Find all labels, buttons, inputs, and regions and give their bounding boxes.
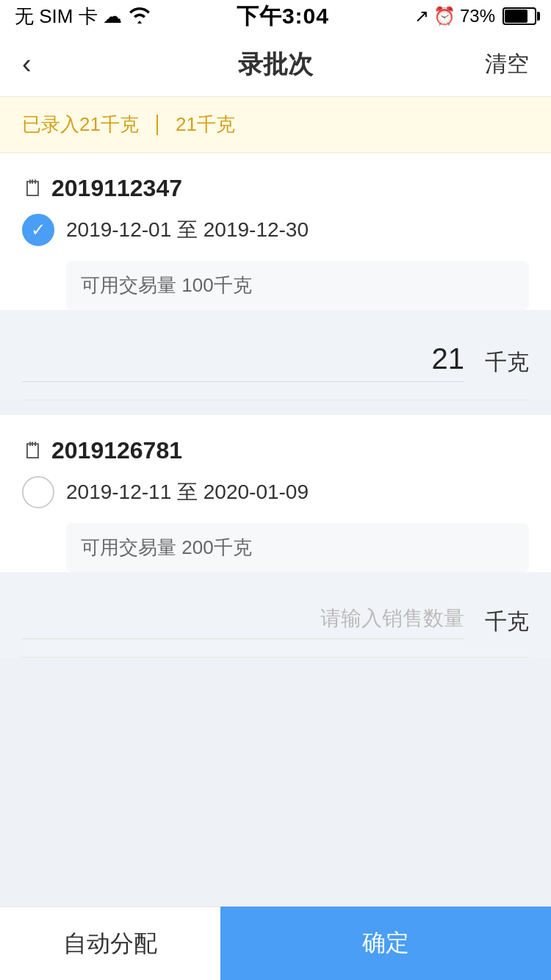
check-icon: ✓ [31, 220, 46, 240]
batch1-header: 🗒 2019112347 [22, 175, 529, 202]
section-gap-1 [0, 400, 551, 415]
confirm-button[interactable]: 确定 [220, 907, 551, 980]
batch2-avail: 可用交易量 200千克 [66, 523, 529, 572]
status-bar: 无 SIM 卡 ☁ 下午3:04 ↗ ⏰ 73% [0, 0, 551, 32]
page-title: 录批次 [238, 48, 313, 82]
no-sim-label: 无 SIM 卡 ☁ [15, 4, 122, 29]
batch2-qty-placeholder: 请输入销售数量 [320, 605, 464, 633]
battery-icon [503, 7, 536, 25]
batch2-date: 2019-12-11 至 2020-01-09 [66, 478, 309, 506]
status-left: 无 SIM 卡 ☁ [15, 4, 151, 29]
batch1-date-row: ✓ 2019-12-01 至 2019-12-30 [22, 214, 529, 246]
auto-distribute-button[interactable]: 自动分配 [0, 907, 220, 980]
batch2-header: 🗒 2019126781 [22, 437, 529, 464]
recorded-label: 已录入21千克 [22, 112, 139, 137]
batch1-date: 2019-12-01 至 2019-12-30 [66, 216, 309, 244]
batch2-qty-unit: 千克 [485, 607, 529, 637]
info-divider [156, 115, 158, 135]
batch1-doc-icon: 🗒 [22, 176, 44, 201]
wifi-icon [128, 7, 151, 25]
batch1-id: 2019112347 [51, 175, 182, 202]
recorded-value: 21千克 [176, 112, 235, 137]
batch1-qty-row: 千克 [0, 328, 551, 382]
batch2-id: 2019126781 [51, 437, 182, 464]
batch1-avail: 可用交易量 100千克 [66, 261, 529, 310]
batch2-qty-wrapper: 请输入销售数量 [22, 605, 464, 639]
batch2-radio[interactable] [22, 476, 54, 508]
alarm-icon: ⏰ [433, 6, 455, 26]
status-right: ↗ ⏰ 73% [414, 6, 536, 26]
bottom-buttons: 自动分配 确定 [0, 907, 551, 980]
status-time: 下午3:04 [237, 1, 329, 32]
batch-item-2: 🗒 2019126781 2019-12-11 至 2020-01-09 可用交… [0, 415, 551, 572]
clear-button[interactable]: 清空 [485, 49, 529, 79]
batch1-radio[interactable]: ✓ [22, 214, 54, 246]
location-icon: ↗ [414, 6, 429, 26]
battery-percent: 73% [460, 6, 495, 26]
nav-bar: ‹ 录批次 清空 [0, 32, 551, 97]
batch1-qty-input[interactable] [376, 342, 464, 375]
info-banner: 已录入21千克 21千克 [0, 97, 551, 153]
back-button[interactable]: ‹ [22, 48, 66, 80]
batch2-date-row: 2019-12-11 至 2020-01-09 [22, 476, 529, 508]
batch-item-1: 🗒 2019112347 ✓ 2019-12-01 至 2019-12-30 可… [0, 153, 551, 310]
batch2-doc-icon: 🗒 [22, 439, 44, 464]
batch1-qty-unit: 千克 [485, 347, 529, 378]
batch2-qty-row: 请输入销售数量 千克 [0, 590, 551, 639]
batch1-qty-wrapper [22, 342, 464, 382]
